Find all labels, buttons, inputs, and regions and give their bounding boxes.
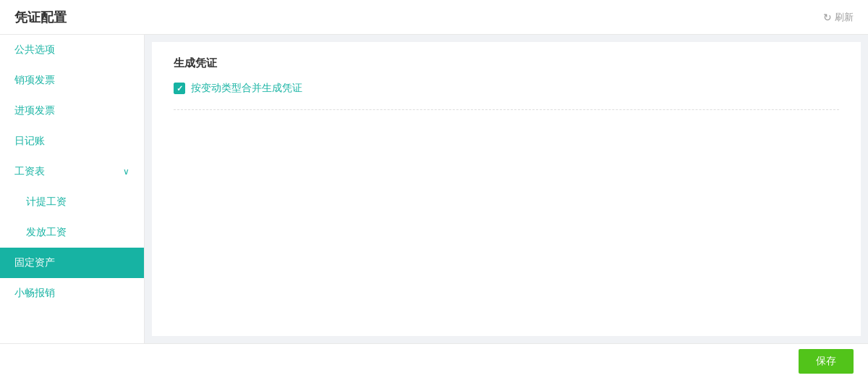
sidebar-label-payroll-table: 工资表 <box>14 165 45 178</box>
checkbox-row: ✓ 按变动类型合并生成凭证 <box>174 82 839 95</box>
refresh-button[interactable]: ↻ 刷新 <box>823 11 854 24</box>
section-title: 生成凭证 <box>174 56 839 70</box>
sidebar-label-journal: 日记账 <box>14 135 45 148</box>
header: 凭证配置 ↻ 刷新 <box>0 0 868 35</box>
save-button[interactable]: 保存 <box>799 349 854 374</box>
sidebar-item-payroll-table[interactable]: 工资表 ∨ <box>0 156 144 187</box>
section-divider <box>174 109 839 110</box>
refresh-label: 刷新 <box>835 11 854 24</box>
sidebar-label-pay-salary: 发放工资 <box>26 226 67 238</box>
sidebar-item-pay-salary[interactable]: 发放工资 <box>0 217 144 248</box>
chevron-down-icon: ∨ <box>123 167 129 177</box>
sidebar-item-purchase-invoice[interactable]: 进项发票 <box>0 96 144 126</box>
check-mark-icon: ✓ <box>176 84 183 93</box>
sidebar-item-public-options[interactable]: 公共选项 <box>0 35 144 65</box>
page-wrapper: 凭证配置 ↻ 刷新 公共选项 销项发票 进项发票 日记账 工资表 ∨ <box>0 0 868 378</box>
sidebar-label-purchase-invoice: 进项发票 <box>14 104 55 117</box>
sidebar-label-sales-invoice: 销项发票 <box>14 74 55 87</box>
sidebar: 公共选项 销项发票 进项发票 日记账 工资表 ∨ 计提工资 发放工资 固定资 <box>0 35 145 343</box>
sidebar-label-expense-reimburse: 小畅报销 <box>14 287 55 300</box>
sidebar-item-journal[interactable]: 日记账 <box>0 126 144 156</box>
page-title: 凭证配置 <box>14 9 67 26</box>
refresh-icon: ↻ <box>823 12 832 23</box>
sidebar-label-public-options: 公共选项 <box>14 43 55 56</box>
merge-voucher-checkbox[interactable]: ✓ <box>174 83 185 94</box>
sidebar-item-fixed-assets[interactable]: 固定资产 <box>0 248 144 278</box>
merge-voucher-label: 按变动类型合并生成凭证 <box>191 82 302 95</box>
footer: 保存 <box>0 343 868 378</box>
main-layout: 公共选项 销项发票 进项发票 日记账 工资表 ∨ 计提工资 发放工资 固定资 <box>0 35 868 343</box>
sidebar-item-expense-reimburse[interactable]: 小畅报销 <box>0 278 144 308</box>
sidebar-label-fixed-assets: 固定资产 <box>14 256 55 269</box>
sidebar-item-calc-salary[interactable]: 计提工资 <box>0 187 144 217</box>
content-area: 生成凭证 ✓ 按变动类型合并生成凭证 <box>152 42 861 336</box>
sidebar-item-sales-invoice[interactable]: 销项发票 <box>0 65 144 96</box>
sidebar-label-calc-salary: 计提工资 <box>26 196 67 207</box>
